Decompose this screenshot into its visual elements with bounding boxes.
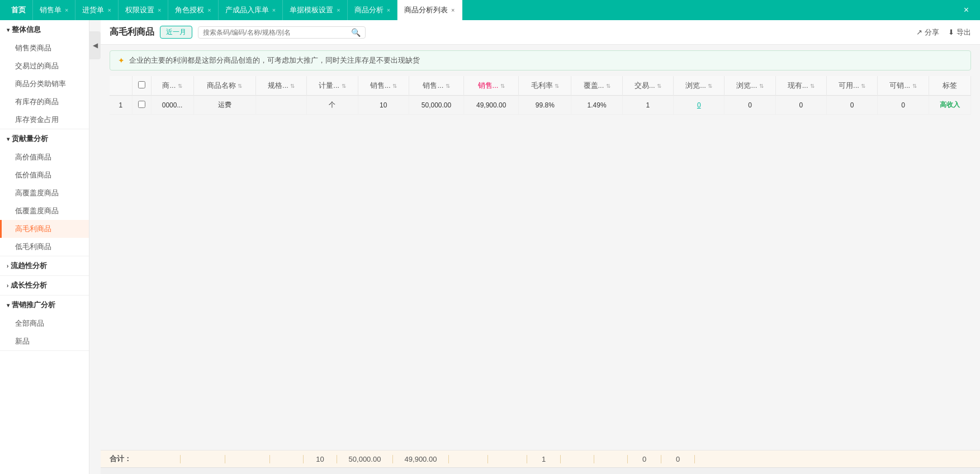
sort-icon-saleable[interactable]: ⇅ bbox=[912, 83, 917, 89]
sum-spacer2 bbox=[181, 455, 225, 463]
content-header: 高毛利商品 近一月 🔍 ↗ 分享 ⬇ 导出 bbox=[101, 20, 980, 45]
row-checkbox[interactable] bbox=[138, 101, 145, 108]
sort-icon-view2[interactable]: ⇅ bbox=[759, 83, 764, 89]
sort-icon-current-stock[interactable]: ⇅ bbox=[810, 83, 815, 89]
close-tab-sales[interactable]: × bbox=[65, 7, 68, 13]
close-tab-permission[interactable]: × bbox=[158, 7, 161, 13]
col-coverage[interactable]: 覆盖... ⇅ bbox=[571, 76, 622, 96]
sidebar-group-marketing[interactable]: ▾ 营销推广分析 bbox=[0, 295, 89, 315]
close-tab-stock-in[interactable]: × bbox=[272, 7, 276, 13]
cell-unit: 个 bbox=[307, 96, 358, 115]
sum-sale-qty: 10 bbox=[304, 455, 337, 463]
search-input[interactable] bbox=[203, 29, 351, 36]
col-tag[interactable]: 标签 bbox=[929, 76, 970, 96]
sort-icon-transaction[interactable]: ⇅ bbox=[657, 83, 661, 89]
tab-template[interactable]: 单据模板设置 × bbox=[283, 0, 347, 20]
export-icon: ⬇ bbox=[948, 28, 954, 36]
arrow-growth: › bbox=[7, 283, 8, 289]
tab-home[interactable]: 首页 bbox=[4, 0, 33, 20]
top-nav: 首页 销售单 × 进货单 × 权限设置 × 角色授权 × 产成品入库单 × 单据… bbox=[0, 0, 980, 20]
sort-icon-sale-amount[interactable]: ⇅ bbox=[446, 83, 450, 89]
close-tab-template[interactable]: × bbox=[337, 7, 340, 13]
col-sale-qty[interactable]: 销售... ⇅ bbox=[358, 76, 409, 96]
horizontal-scrollbar[interactable] bbox=[101, 467, 980, 474]
summary-label: 合计： bbox=[110, 454, 131, 464]
sort-icon-coverage[interactable]: ⇅ bbox=[606, 83, 610, 89]
sort-icon-spec[interactable]: ⇅ bbox=[290, 83, 295, 89]
sidebar-item-category-rate[interactable]: 商品分类助销率 bbox=[0, 75, 89, 93]
tab-permission[interactable]: 权限设置 × bbox=[119, 0, 168, 20]
sidebar-item-high-value[interactable]: 高价值商品 bbox=[0, 148, 89, 166]
share-button[interactable]: ↗ 分享 bbox=[916, 27, 939, 37]
sum-sale-amount: 50,000.00 bbox=[337, 455, 393, 463]
window-close-button[interactable]: × bbox=[957, 5, 976, 15]
search-icon[interactable]: 🔍 bbox=[351, 28, 361, 37]
col-gross-margin[interactable]: 毛利率 ⇅ bbox=[519, 76, 571, 96]
table-wrapper: 商... ⇅ 商品名称 ⇅ 规格... ⇅ 计量... bbox=[110, 76, 971, 450]
select-all-checkbox[interactable] bbox=[138, 81, 145, 88]
sort-icon-sale-qty[interactable]: ⇅ bbox=[392, 83, 397, 89]
sidebar-item-sales-goods[interactable]: 销售类商品 bbox=[0, 39, 89, 57]
col-sale-amount[interactable]: 销售... ⇅ bbox=[409, 76, 463, 96]
col-spec[interactable]: 规格... ⇅ bbox=[255, 76, 306, 96]
sidebar-item-high-margin[interactable]: 高毛利商品 bbox=[0, 220, 89, 238]
col-view2[interactable]: 浏览... ⇅ bbox=[725, 76, 775, 96]
close-tab-role[interactable]: × bbox=[207, 7, 211, 13]
sort-icon-gross-margin[interactable]: ⇅ bbox=[555, 83, 559, 89]
sidebar-item-low-margin[interactable]: 低毛利商品 bbox=[0, 238, 89, 256]
tab-stock-in[interactable]: 产成品入库单 × bbox=[219, 0, 283, 20]
export-button[interactable]: ⬇ 导出 bbox=[948, 27, 971, 37]
sort-icon-unit[interactable]: ⇅ bbox=[342, 83, 346, 89]
search-box: 🔍 bbox=[198, 26, 366, 39]
sidebar-item-high-coverage[interactable]: 高覆盖度商品 bbox=[0, 184, 89, 202]
col-unit[interactable]: 计量... ⇅ bbox=[307, 76, 358, 96]
sidebar-item-low-value[interactable]: 低价值商品 bbox=[0, 166, 89, 184]
col-transaction[interactable]: 交易... ⇅ bbox=[622, 76, 673, 96]
tab-analysis-list[interactable]: 商品分析列表 × bbox=[397, 0, 462, 20]
col-sale-profit[interactable]: 销售... ⇅ bbox=[464, 76, 519, 96]
cell-name[interactable]: 运费 bbox=[193, 96, 255, 115]
close-tab-purchase[interactable]: × bbox=[107, 7, 111, 13]
sum-spacer4 bbox=[270, 455, 304, 463]
sum-spacer1 bbox=[136, 455, 181, 463]
sidebar-item-new-goods[interactable]: 新品 bbox=[0, 332, 89, 350]
col-saleable[interactable]: 可销... ⇅ bbox=[878, 76, 929, 96]
filter-recent-month-button[interactable]: 近一月 bbox=[160, 26, 192, 39]
sidebar-collapse-button[interactable]: ◀ bbox=[89, 31, 101, 59]
tab-analysis[interactable]: 商品分析 × bbox=[348, 0, 397, 20]
sidebar-item-stock-capital[interactable]: 库存资金占用 bbox=[0, 111, 89, 129]
col-name[interactable]: 商品名称 ⇅ bbox=[193, 76, 255, 96]
tab-purchase[interactable]: 进货单 × bbox=[75, 0, 118, 20]
sidebar-item-stocked-goods[interactable]: 有库存的商品 bbox=[0, 93, 89, 111]
cell-sale-qty: 10 bbox=[358, 96, 409, 115]
sidebar-item-all-goods[interactable]: 全部商品 bbox=[0, 315, 89, 332]
cell-view1[interactable]: 0 bbox=[674, 96, 725, 115]
header-actions: ↗ 分享 ⬇ 导出 bbox=[916, 27, 971, 37]
sidebar-group-overall[interactable]: ▾ 整体信息 bbox=[0, 20, 89, 39]
sort-icon-code[interactable]: ⇅ bbox=[178, 83, 182, 89]
arrow-contribution: ▾ bbox=[7, 136, 10, 142]
sidebar-group-contribution[interactable]: ▾ 贡献量分析 bbox=[0, 129, 89, 148]
sort-icon-sale-profit[interactable]: ⇅ bbox=[500, 83, 505, 89]
col-checkbox[interactable] bbox=[132, 76, 151, 96]
tab-role[interactable]: 角色授权 × bbox=[168, 0, 218, 20]
tab-sales[interactable]: 销售单 × bbox=[33, 0, 75, 20]
sort-icon-usable-stock[interactable]: ⇅ bbox=[861, 83, 865, 89]
sort-icon-view1[interactable]: ⇅ bbox=[708, 83, 712, 89]
col-usable-stock[interactable]: 可用... ⇅ bbox=[827, 76, 878, 96]
cell-checkbox[interactable] bbox=[132, 96, 151, 115]
close-tab-analysis[interactable]: × bbox=[387, 7, 390, 13]
arrow-overall: ▾ bbox=[7, 27, 10, 33]
close-tab-analysis-list[interactable]: × bbox=[451, 7, 455, 13]
main-layout: ▾ 整体信息 销售类商品 交易过的商品 商品分类助销率 有库存的商品 库存资金占… bbox=[0, 20, 980, 474]
sidebar-group-growth[interactable]: › 成长性分析 bbox=[0, 276, 89, 295]
cell-tag: 高收入 bbox=[929, 96, 970, 115]
sidebar-item-low-coverage[interactable]: 低覆盖度商品 bbox=[0, 202, 89, 220]
col-view1[interactable]: 浏览... ⇅ bbox=[674, 76, 725, 96]
sidebar-item-traded-goods[interactable]: 交易过的商品 bbox=[0, 57, 89, 75]
sort-icon-name[interactable]: ⇅ bbox=[238, 83, 242, 89]
sidebar-group-trend[interactable]: › 流趋性分析 bbox=[0, 256, 89, 275]
cell-code[interactable]: 0000... bbox=[151, 96, 193, 115]
col-current-stock[interactable]: 现有... ⇅ bbox=[775, 76, 826, 96]
col-code[interactable]: 商... ⇅ bbox=[151, 76, 193, 96]
